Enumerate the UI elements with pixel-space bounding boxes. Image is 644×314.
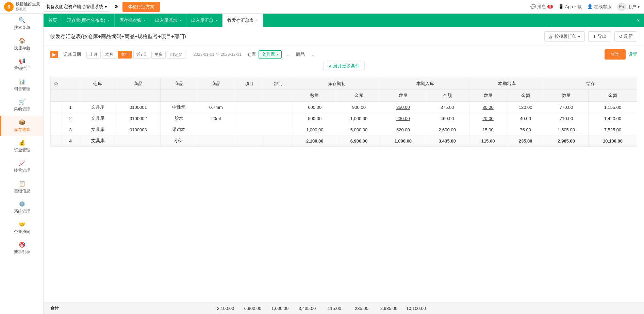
row-code: 0100003 bbox=[116, 124, 160, 135]
app-download-btn[interactable]: 📱 App下载 bbox=[558, 4, 582, 10]
subtotal-row: 4 文具库 小计 2,100.00 6,900.00 1,000.00 3,43… bbox=[51, 135, 637, 147]
row-init-qty: 1,000.00 bbox=[293, 124, 337, 135]
row-out-qty[interactable]: 20.00 bbox=[469, 113, 507, 124]
filter-expand-btn[interactable]: ▶ bbox=[50, 51, 58, 58]
tab-inout-flow-close-icon[interactable]: × bbox=[179, 19, 181, 22]
subtotal-num: 4 bbox=[62, 135, 79, 147]
tab-inout-summary-close-icon[interactable]: × bbox=[215, 19, 217, 22]
table-container: ⚙ 仓库 商品 商品 商品 项目 部门 库存期初 本期入库 本期出库 bbox=[44, 78, 644, 153]
col-spec-header: 商品 bbox=[197, 78, 235, 90]
tab-stock-summary-close-icon[interactable]: × bbox=[256, 19, 258, 22]
guide-icon: 🎯 bbox=[19, 242, 26, 248]
print-label: 按模板打印 bbox=[555, 33, 577, 39]
row-bal-qty: 770.00 bbox=[544, 102, 589, 113]
date-btn-this-year[interactable]: 本年 bbox=[118, 51, 132, 59]
top-bar-right: 💬 消息 6 📱 App下载 👤 在线客服 Ea 用户 ▾ bbox=[530, 2, 640, 11]
tab-home-label: 首页 bbox=[48, 17, 57, 23]
sidebar-item-quicknav-label: 快捷导航 bbox=[14, 45, 30, 51]
user-btn[interactable]: Ea 用户 ▾ bbox=[617, 2, 640, 11]
tab-stock-batch-close-icon[interactable]: × bbox=[144, 19, 146, 22]
date-btn-this-month[interactable]: 本月 bbox=[102, 51, 116, 59]
refresh-btn[interactable]: ↺ 刷新 bbox=[614, 31, 637, 42]
sidebar: 🔍 搜索菜单 🏠 快捷导航 📢 营销推广 📊 销售管理 🛒 采购管理 📦 bbox=[0, 14, 44, 314]
top-bar-left: 6 畅捷通好生意 标准版 装备及固定资产辅助管理系统 ▾ ⚙ 体验行业方案 bbox=[4, 2, 160, 12]
tab-stock-batch-label: 库存批次账 bbox=[119, 17, 142, 23]
row-settings bbox=[51, 102, 62, 113]
total-bal-qty: 2,985.00 bbox=[375, 306, 402, 311]
sidebar-item-basic-info-label: 基础信息 bbox=[14, 188, 30, 194]
row-out-qty[interactable]: 15.00 bbox=[469, 124, 507, 135]
search-icon: 🔍 bbox=[19, 17, 26, 23]
expand-more-btn[interactable]: ∨ 展开更多条件 bbox=[323, 62, 365, 70]
warehouse-more-icon[interactable]: ... bbox=[284, 52, 291, 57]
expand-more-row: ∨ 展开更多条件 bbox=[50, 62, 637, 70]
tab-inout-flow[interactable]: 出入库流水 × bbox=[150, 14, 186, 27]
row-warehouse: 文具库 bbox=[79, 124, 116, 135]
table-row: 1 文具库 0100001 中性笔 0.7mm 600.00 900.00 25… bbox=[51, 102, 637, 113]
sidebar-item-quicknav[interactable]: 🏠 快捷导航 bbox=[0, 34, 43, 54]
date-btn-custom[interactable]: 自定义 bbox=[167, 51, 185, 59]
col-init-qty-header: 数量 bbox=[293, 90, 337, 102]
tab-stock-batch[interactable]: 库存批次账 × bbox=[115, 14, 151, 27]
row-out-amt: 120.00 bbox=[507, 102, 544, 113]
service-icon: 👤 bbox=[587, 4, 593, 9]
row-warehouse: 文具库 bbox=[79, 102, 116, 113]
row-in-amt: 460.00 bbox=[425, 113, 469, 124]
sidebar-item-purchase[interactable]: 🛒 采购管理 bbox=[0, 95, 43, 116]
row-init-qty: 600.00 bbox=[293, 102, 337, 113]
goods-more-icon[interactable]: ... bbox=[310, 52, 317, 57]
message-btn[interactable]: 💬 消息 6 bbox=[530, 4, 553, 10]
col-warehouse-header: 仓库 bbox=[79, 78, 116, 90]
row-project bbox=[235, 124, 264, 135]
export-icon: ⬇ bbox=[593, 34, 596, 39]
tab-stock-dist-close-icon[interactable]: × bbox=[108, 19, 110, 22]
subtotal-in-qty[interactable]: 1,000.00 bbox=[381, 135, 425, 147]
warehouse-tag-remove-icon[interactable]: × bbox=[276, 52, 278, 56]
date-btn-last-month[interactable]: 上月 bbox=[86, 51, 101, 59]
sidebar-item-corp[interactable]: 🤝 企业协同 bbox=[0, 218, 43, 238]
sidebar-item-finance[interactable]: 💰 资金管理 bbox=[0, 136, 43, 156]
marketing-icon: 📢 bbox=[19, 58, 26, 64]
sidebar-item-guide[interactable]: 🎯 新手引导 bbox=[0, 238, 43, 259]
settings-link[interactable]: 设置 bbox=[628, 51, 637, 57]
date-btn-7days[interactable]: 近7天 bbox=[133, 51, 150, 59]
sidebar-item-sales[interactable]: 📊 销售管理 bbox=[0, 75, 43, 95]
sidebar-item-basic-info[interactable]: 📋 基础信息 bbox=[0, 177, 43, 197]
row-num: 2 bbox=[62, 113, 79, 124]
subtotal-warehouse: 文具库 bbox=[79, 135, 116, 147]
row-settings bbox=[51, 124, 62, 135]
sidebar-item-inventory[interactable]: 📦 库存核算 bbox=[0, 116, 43, 136]
close-all-tabs-btn[interactable]: × bbox=[633, 17, 644, 23]
row-name: 中性笔 bbox=[160, 102, 197, 113]
sidebar-item-system[interactable]: ⚙️ 系统管理 bbox=[0, 197, 43, 218]
expand-down-icon: ∨ bbox=[328, 64, 332, 69]
tab-stock-dist[interactable]: 现存量(库存分布表) × bbox=[62, 14, 115, 27]
settings-gear-icon[interactable]: ⚙ bbox=[113, 3, 120, 11]
main-layout: 🔍 搜索菜单 🏠 快捷导航 📢 营销推广 📊 销售管理 🛒 采购管理 📦 bbox=[0, 14, 644, 314]
date-btn-more[interactable]: 更多 bbox=[151, 51, 166, 59]
sidebar-item-marketing[interactable]: 📢 营销推广 bbox=[0, 54, 43, 75]
subtotal-dept bbox=[264, 135, 293, 147]
subtotal-bal-amt: 10,100.00 bbox=[589, 135, 637, 147]
sidebar-item-search[interactable]: 🔍 搜索菜单 bbox=[0, 14, 43, 34]
export-btn[interactable]: ⬇ 导出 bbox=[588, 31, 611, 42]
subtotal-label: 小计 bbox=[160, 135, 197, 147]
system-selector[interactable]: 装备及固定资产辅助管理系统 ▾ bbox=[43, 2, 110, 12]
logo-tag: 标准版 bbox=[16, 7, 40, 12]
tab-home[interactable]: 首页 bbox=[44, 14, 62, 27]
query-btn[interactable]: 查询 bbox=[605, 49, 626, 60]
online-service-btn[interactable]: 👤 在线客服 bbox=[587, 4, 612, 10]
subtotal-out-qty[interactable]: 115.00 bbox=[469, 135, 507, 147]
row-in-qty[interactable]: 230.00 bbox=[381, 113, 425, 124]
row-in-qty[interactable]: 520.00 bbox=[381, 124, 425, 135]
sidebar-item-operations[interactable]: 📈 经营管理 bbox=[0, 156, 43, 177]
print-btn[interactable]: 🖨 按模板打印 ▾ bbox=[544, 31, 585, 42]
refresh-icon: ↺ bbox=[619, 34, 623, 39]
row-out-qty[interactable]: 80.00 bbox=[469, 102, 507, 113]
tab-stock-summary[interactable]: 收发存汇总表 × bbox=[222, 14, 263, 27]
tab-inout-summary[interactable]: 出入库汇总 × bbox=[186, 14, 222, 27]
col-settings-header[interactable]: ⚙ bbox=[51, 78, 62, 90]
experience-btn[interactable]: 体验行业方案 bbox=[122, 2, 160, 12]
row-in-amt: 2,600.00 bbox=[425, 124, 469, 135]
row-in-qty[interactable]: 250.00 bbox=[381, 102, 425, 113]
